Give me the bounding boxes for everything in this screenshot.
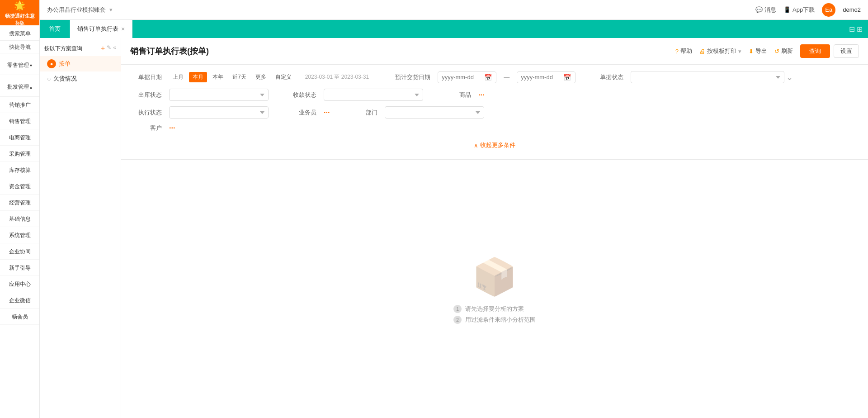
scheme-label-按单: 按单 [59,60,71,68]
tab-close-icon[interactable]: × [121,26,125,32]
date-start-input[interactable] [442,74,482,81]
sidebar-item-wholesale[interactable]: 批发管理 ▴ [0,75,39,97]
purchase-label: 采购管理 [9,150,31,158]
collapse-panel-icon[interactable]: « [113,44,116,52]
exec-status-label: 执行状态 [130,109,162,117]
sidebar-quick-nav[interactable]: 快捷导航 [0,41,39,53]
tab-maximize-icon[interactable]: ⊞ [857,25,863,33]
sidebar-item-inventory[interactable]: 库存核算 [0,162,39,178]
salesperson-picker-btn[interactable]: ··· [324,109,330,117]
tab-active-label: 销售订单执行表 [77,25,118,33]
sidebar-item-system[interactable]: 系统管理 [0,227,39,243]
query-btn[interactable]: 查询 [800,44,830,58]
collapse-label: 收起更多条件 [480,141,515,149]
status-label: 单据状态 [592,73,623,81]
filter-row-4: 客户 ··· [130,124,859,132]
page-header: 销售订单执行表(按单) ? 帮助 🖨 按模板打印 ▾ ⬇ 导出 [121,38,868,65]
expected-date-label: 预计交货日期 [390,73,430,81]
inventory-label: 库存核算 [9,166,31,174]
cal-end-icon[interactable]: 📅 [563,74,571,81]
filter-row-1: 单据日期 上月 本月 本年 近7天 更多 自定义 2023-03-01 至 20… [130,71,859,83]
settings-btn[interactable]: 设置 [834,44,859,58]
customer-picker-btn[interactable]: ··· [169,124,175,132]
customer-label: 客户 [130,124,162,132]
collapse-btn[interactable]: ∧ 收起更多条件 [130,138,859,153]
empty-state: 📦 1 请先选择要分析的方案 2 用过滤条件来缩小分析范围 [121,160,868,418]
sidebar-item-basic[interactable]: 基础信息 [0,211,39,227]
apps-label: 应用中心 [9,280,31,288]
print-icon: 🖨 [699,48,705,55]
sidebar-item-finance[interactable]: 资金管理 [0,178,39,195]
scheme-item-按单[interactable]: ● 按单 [40,56,121,71]
date-tag-this-year[interactable]: 本年 [209,72,227,82]
message-btn[interactable]: 💬 消息 [755,6,776,14]
date-end-input[interactable] [521,74,561,81]
goods-picker-btn[interactable]: ··· [478,91,484,99]
sidebar-search[interactable]: 搜索菜单 [0,25,39,41]
app-download-btn[interactable]: 📱 App下载 [783,6,815,14]
status-select[interactable] [631,71,784,83]
sidebar-item-marketing[interactable]: 营销推广 [0,97,39,113]
message-label: 消息 [764,6,776,14]
sidebar-item-sales[interactable]: 销售管理 [0,113,39,129]
scheme-icon-欠货情况: ○ [47,75,51,82]
status-expand-icon[interactable]: ⌄ [786,72,793,82]
refresh-btn[interactable]: ↺ 刷新 [774,47,793,55]
query-action-row: 查询 设置 [800,44,859,58]
main-area: 办公用品行业模拟账套 ▾ 💬 消息 📱 App下载 Ea demo2 首页 销售… [40,0,868,418]
payment-status-select[interactable] [324,89,423,101]
hint-text-2: 用过滤条件来缩小分析范围 [465,316,536,324]
date-tag-more[interactable]: 更多 [252,72,270,82]
payment-status-label: 收款状态 [285,91,316,99]
sidebar-item-newbie[interactable]: 新手引导 [0,260,39,276]
left-panel-title: 按以下方案查询 [44,45,82,52]
sidebar-item-ecom[interactable]: 电商管理 [0,129,39,146]
edit-scheme-icon[interactable]: ✎ [107,44,111,52]
logo-icon: 🌟 [5,0,35,12]
exec-status-select[interactable] [169,106,269,119]
refresh-icon: ↺ [774,48,779,55]
sidebar-item-ops[interactable]: 经营管理 [0,195,39,211]
date-start-wrap: 📅 [438,71,496,83]
print-btn[interactable]: 🖨 按模板打印 ▾ [699,47,741,55]
username[interactable]: demo2 [843,6,861,13]
avatar[interactable]: Ea [822,3,835,17]
sidebar-item-wechat[interactable]: 企业微信 [0,292,39,309]
date-tag-last-month[interactable]: 上月 [169,72,187,82]
tab-home[interactable]: 首页 [40,20,70,38]
sidebar-item-purchase[interactable]: 采购管理 [0,146,39,162]
sidebar-item-apps[interactable]: 应用中心 [0,276,39,292]
delivery-status-select[interactable] [169,89,269,101]
filter-area: 单据日期 上月 本月 本年 近7天 更多 自定义 2023-03-01 至 20… [121,65,868,160]
date-tag-7days[interactable]: 近7天 [229,72,250,82]
date-label: 单据日期 [130,73,162,81]
tabbar: 首页 销售订单执行表 × ⊟ ⊞ [40,20,868,38]
breadcrumb-arrow[interactable]: ▾ [109,6,113,13]
topbar-left: 办公用品行业模拟账套 ▾ [47,6,113,14]
tab-sales-order[interactable]: 销售订单执行表 × [70,20,132,38]
delivery-status-label: 出库状态 [130,91,162,99]
sidebar-item-retail[interactable]: 零售管理 ▾ [0,53,39,75]
sidebar-item-corp[interactable]: 企业协同 [0,243,39,260]
scheme-item-欠货情况[interactable]: ○ 欠货情况 [40,71,121,86]
date-end-wrap: 📅 [517,71,576,83]
system-label: 系统管理 [9,232,31,239]
ecom-label: 电商管理 [9,134,31,142]
date-tag-this-month[interactable]: 本月 [189,72,207,82]
retail-label: 零售管理 [7,62,29,69]
add-scheme-icon[interactable]: + [101,44,105,52]
help-btn[interactable]: ? 帮助 [675,47,692,55]
left-panel-header: 按以下方案查询 + ✎ « [40,42,121,56]
newbie-label: 新手引导 [9,264,31,272]
page-header-actions: ? 帮助 🖨 按模板打印 ▾ ⬇ 导出 ↺ 刷新 [675,44,859,64]
cal-start-icon[interactable]: 📅 [484,74,492,81]
export-btn[interactable]: ⬇ 导出 [749,47,767,55]
tabbar-controls: ⊟ ⊞ [844,25,868,33]
tab-minimize-icon[interactable]: ⊟ [849,25,855,33]
department-select[interactable] [385,106,484,119]
salesperson-label: 业务员 [285,109,316,117]
wechat-label: 企业微信 [9,297,31,304]
date-tag-custom[interactable]: 自定义 [272,72,295,82]
export-label: 导出 [755,47,767,55]
sidebar-item-member[interactable]: 畅会员 [0,309,39,325]
